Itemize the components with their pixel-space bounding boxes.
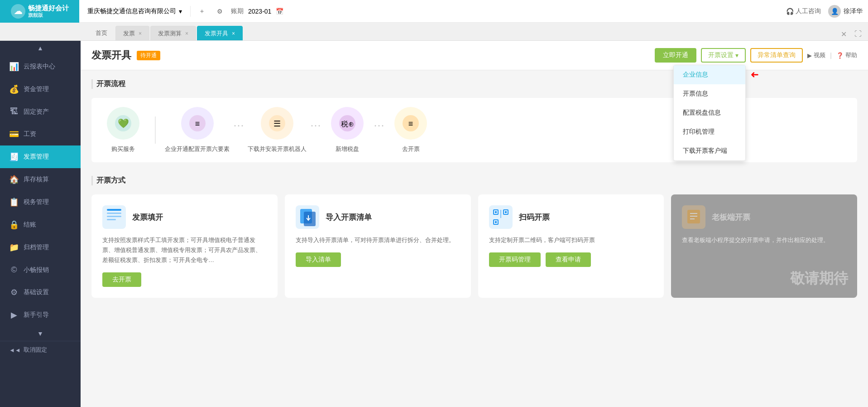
sidebar-item-account[interactable]: 🔒 结账: [0, 213, 81, 236]
close-icon[interactable]: ×: [185, 30, 188, 37]
settings-dropdown-button[interactable]: 开票设置 ▾: [701, 48, 746, 63]
sidebar-item-guide[interactable]: ▶ 新手引导: [0, 304, 81, 326]
close-window-button[interactable]: ✕: [837, 28, 850, 40]
scroll-down-button[interactable]: ▼: [0, 326, 81, 341]
top-right: 🎧 人工咨询 👤 徐泽华: [786, 5, 863, 18]
tab-bar: 首页 发票 × 发票测算 × 发票开具 × ✕ ⛶: [0, 23, 868, 41]
sidebar-item-settings[interactable]: ⚙ 基础设置: [0, 281, 81, 304]
separator: |: [830, 52, 832, 59]
maximize-button[interactable]: ⛶: [852, 28, 864, 40]
method-card-import: 导入开票清单 支持导入待开票清单，可对待开票清单进行拆分、合并处理。 导入清单: [285, 194, 471, 298]
sidebar-item-inventory[interactable]: 🏠 库存核算: [0, 168, 81, 191]
sidebar-item-label: 结账: [24, 221, 36, 229]
cancel-icon: ◄◄: [9, 347, 21, 354]
page-title-row: 发票开具 待开通: [91, 48, 160, 69]
report-icon: ©: [9, 265, 19, 275]
sidebar-item-label: 库存核算: [24, 175, 49, 184]
svg-text:☰: ☰: [273, 119, 281, 128]
help-button[interactable]: ❓ 帮助: [836, 51, 857, 59]
content-header: 发票开具 待开通 立即开通 开票设置 ▾ 企业信息: [81, 41, 868, 70]
logo-text: 畅捷通好会计 旗舰版: [28, 4, 69, 18]
sidebar-item-payroll[interactable]: 💳 工资: [0, 123, 81, 145]
tab-invoice-issue[interactable]: 发票开具 ×: [197, 26, 243, 40]
video-button[interactable]: ▶ 视频: [807, 51, 825, 59]
payroll-icon: 💳: [9, 129, 19, 139]
sidebar-item-fixed-assets[interactable]: 🏗 固定资产: [0, 101, 81, 123]
cloud-report-icon: 📊: [9, 62, 19, 72]
logo-main: 畅捷通好会计: [28, 4, 69, 12]
svg-rect-14: [107, 219, 116, 220]
scroll-up-button[interactable]: ▲: [0, 41, 81, 55]
add-button[interactable]: ＋: [195, 5, 209, 17]
dropdown-item-tax-config[interactable]: 配置税盘信息: [674, 103, 745, 122]
tab-home-label: 首页: [96, 29, 107, 37]
service-button[interactable]: 🎧 人工咨询: [786, 7, 821, 15]
card-title-fill: 发票填开: [132, 212, 163, 223]
logo-sub: 旗舰版: [28, 12, 69, 18]
svg-text:💚: 💚: [118, 118, 129, 129]
dropdown-item-printer[interactable]: 打印机管理: [674, 122, 745, 141]
close-icon[interactable]: ×: [232, 30, 235, 37]
flow-arrow2: ⋯: [233, 119, 244, 141]
close-icon[interactable]: ×: [139, 30, 142, 37]
calendar-icon[interactable]: 📅: [276, 8, 283, 15]
logo-icon: ☁: [11, 4, 25, 19]
tab-home[interactable]: 首页: [88, 26, 115, 40]
go-invoice-button[interactable]: 去开票: [102, 272, 141, 287]
fixed-assets-icon: 🏗: [9, 107, 19, 116]
flow-step-tax-disk: 税⊕ 新增税盘: [325, 107, 370, 153]
help-icon: ❓: [836, 52, 844, 59]
tab-invoice[interactable]: 发票 ×: [115, 26, 149, 40]
step-icon-tax-disk: 税⊕: [331, 107, 364, 140]
activate-button[interactable]: 立即开通: [655, 48, 696, 63]
qr-manage-button[interactable]: 开票码管理: [489, 252, 541, 267]
help-label: 帮助: [845, 51, 857, 59]
card-title-boss: 老板端开票: [712, 212, 750, 223]
card-desc-boss: 查看老板端小程序提交的开票申请，并作出相应的处理。: [682, 235, 846, 245]
content-area: 发票开具 待开通 立即开通 开票设置 ▾ 企业信息: [81, 41, 868, 407]
dropdown-item-company-info[interactable]: 企业信息: [674, 65, 745, 84]
divider1: [190, 6, 191, 17]
top-bar: ☁ 畅捷通好会计 旗舰版 重庆畅捷交通信息咨询有限公司 ▾ ＋ ⚙ 账期 202…: [0, 0, 868, 23]
sidebar-item-label: 工资: [24, 130, 36, 138]
page-title: 发票开具: [91, 48, 131, 62]
account-icon: 🔒: [9, 220, 19, 230]
sidebar-item-invoice[interactable]: 🧾 发票管理: [0, 145, 81, 168]
sidebar-item-tax[interactable]: 📋 税务管理: [0, 191, 81, 213]
sidebar-item-funds[interactable]: 💰 资金管理: [0, 78, 81, 101]
sidebar-item-archive[interactable]: 📁 归档管理: [0, 236, 81, 259]
card-icon-fill: [102, 205, 126, 229]
sidebar-item-label: 发票管理: [24, 153, 49, 161]
settings-sidebar-icon: ⚙: [9, 287, 19, 297]
settings-dropdown-container: 开票设置 ▾ 企业信息 开票信息 配置税盘信息: [701, 48, 746, 63]
dropdown-item-download-client[interactable]: 下载开票客户端: [674, 141, 745, 160]
sidebar-item-report[interactable]: © 小畅报销: [0, 259, 81, 281]
svg-rect-11: [107, 209, 121, 211]
step-icon-buy: 💚: [107, 107, 139, 140]
flow-step-configure: ≡ 企业开通配置开票六要素: [165, 107, 230, 153]
svg-rect-25: [495, 221, 497, 223]
step-label-download: 下载并安装开票机器人: [248, 145, 307, 153]
user-info[interactable]: 👤 徐泽华: [828, 5, 863, 18]
dropdown-item-label: 开票信息: [683, 90, 708, 97]
status-badge: 待开通: [137, 51, 160, 60]
funds-icon: 💰: [9, 84, 19, 94]
red-arrow-indicator: ➜: [751, 69, 759, 81]
dropdown-item-invoice-info[interactable]: 开票信息: [674, 84, 745, 103]
headset-icon: 🎧: [786, 8, 794, 15]
sidebar-item-cloud-report[interactable]: 📊 云报表中心: [0, 55, 81, 78]
tab-invoice-calc[interactable]: 发票测算 ×: [150, 26, 196, 40]
card-desc-import: 支持导入待开票清单，可对待开票清单进行拆分、合并处理。: [296, 235, 460, 245]
header-actions: 立即开通 开票设置 ▾ 企业信息 开票信息: [655, 48, 857, 70]
import-list-button[interactable]: 导入清单: [296, 252, 341, 267]
company-selector[interactable]: 重庆畅捷交通信息咨询有限公司 ▾: [84, 5, 186, 17]
card-header-boss: 老板端开票: [682, 205, 846, 229]
view-apply-button[interactable]: 查看申请: [546, 252, 591, 267]
cancel-fixed-button[interactable]: ◄◄ 取消固定: [0, 341, 81, 359]
sidebar-item-label: 固定资产: [24, 108, 49, 116]
btn-settings-label: 开票设置: [708, 51, 734, 59]
sidebar-item-label: 基础设置: [24, 288, 49, 296]
settings-button[interactable]: ⚙: [213, 6, 226, 17]
logo: ☁ 畅捷通好会计 旗舰版: [0, 0, 79, 23]
exception-button[interactable]: 异常清单查询: [750, 48, 803, 63]
